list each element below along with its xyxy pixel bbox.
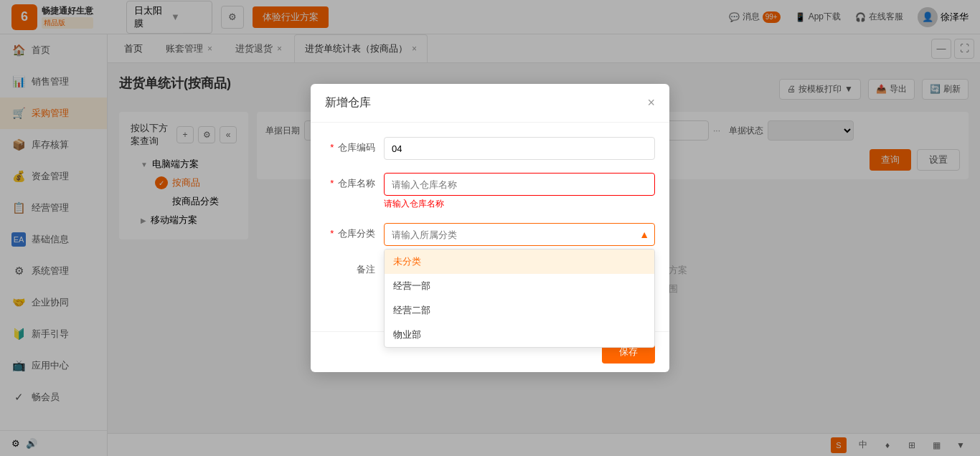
modal-close-button[interactable]: × <box>647 95 655 110</box>
modal-dialog: 新增仓库 × * 仓库编码 * 仓库名称 <box>311 84 669 372</box>
name-error-msg: 请输入仓库名称 <box>384 198 655 210</box>
code-field <box>384 137 655 160</box>
dropdown-item-1[interactable]: 经营一部 <box>385 274 654 298</box>
dropdown-item-0[interactable]: 未分类 <box>385 250 654 274</box>
category-field: ▲ 未分类 经营一部 经营二部 物业部 <box>384 223 655 246</box>
dropdown-item-2[interactable]: 经营二部 <box>385 298 654 323</box>
form-row-code: * 仓库编码 <box>325 137 655 160</box>
modal-title: 新增仓库 <box>325 95 371 110</box>
modal-overlay: 新增仓库 × * 仓库编码 * 仓库名称 <box>0 0 980 456</box>
category-dropdown: 未分类 经营一部 经营二部 物业部 <box>384 249 655 348</box>
name-field: 请输入仓库名称 <box>384 173 655 210</box>
modal-body: * 仓库编码 * 仓库名称 请输入仓库名称 <box>311 123 669 331</box>
category-label: 仓库分类 <box>338 228 375 239</box>
category-input[interactable] <box>384 223 655 246</box>
code-input[interactable] <box>384 137 655 160</box>
name-label: 仓库名称 <box>338 178 375 189</box>
category-dropdown-arrow: ▲ <box>639 229 649 240</box>
form-row-name: * 仓库名称 请输入仓库名称 <box>325 173 655 210</box>
dropdown-item-3[interactable]: 物业部 <box>385 323 654 347</box>
modal-header: 新增仓库 × <box>311 84 669 123</box>
form-row-category: * 仓库分类 ▲ 未分类 经营一部 经营二部 物业部 <box>325 223 655 246</box>
code-label: 仓库编码 <box>338 142 375 153</box>
remark-label: 备注 <box>357 264 375 275</box>
name-input[interactable] <box>384 173 655 196</box>
